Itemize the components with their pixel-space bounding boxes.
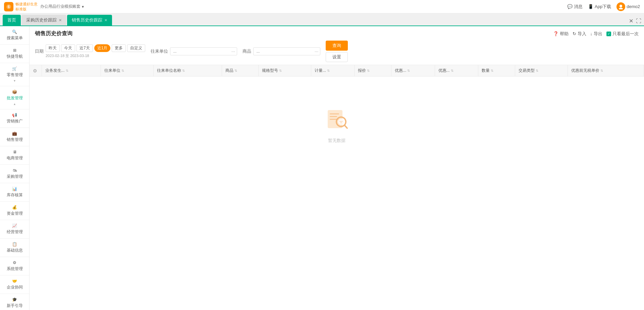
top-bar-left: 6 畅捷通好生意 标准版 办公用品行业模拟账套 ▾ [4,2,84,11]
date-btn-custom[interactable]: 自定义 [127,44,145,52]
page-title: 销售历史价查询 [35,30,72,37]
message-btn[interactable]: 💬 消息 [567,4,583,10]
breadcrumb: 办公用品行业模拟账套 ▾ [40,4,84,9]
sort-icon-trade-type[interactable]: ⇅ [536,69,538,72]
sidebar-item-finance-mgmt[interactable]: 💰 资金管理 [0,202,29,220]
empty-state: 暂无数据 [30,76,644,170]
th-pre-tax-price: 优惠前无税单价 ⇅ [568,65,644,76]
sidebar-item-ecommerce-label: 电商管理 [7,155,23,161]
user-avatar-area[interactable]: demo2 [616,2,640,11]
message-icon: 💬 [567,4,573,9]
top-bar: 6 畅捷通好生意 标准版 办公用品行业模拟账套 ▾ 💬 消息 📱 App下载 d… [0,0,644,13]
sidebar-item-wholesale-mgmt[interactable]: 📦 批发管理 ▴ [0,86,29,109]
tab-sales-history-label: 销售历史价跟踪 [72,17,102,23]
date-btn-1month[interactable]: 近1月 [94,44,111,52]
tab-sales-history[interactable]: 销售历史价跟踪 ✕ [67,15,112,25]
sort-icon-biz-date[interactable]: ⇅ [66,69,68,72]
sidebar-item-system-mgmt[interactable]: ⚙ 系统管理 [0,257,29,275]
settings-button[interactable]: 设置 [326,52,348,62]
partner-input-wrapper: ··· [170,47,237,55]
product-filter-group: 商品 ··· [243,47,320,55]
sidebar-item-inventory[interactable]: 📊 库存核算 [0,183,29,202]
export-btn[interactable]: ↓ 导出 [590,31,603,37]
date-filter-label: 日期 [35,48,44,54]
sidebar-item-purchase-label: 采购管理 [7,174,23,179]
svg-rect-6 [330,116,337,117]
empty-text: 暂无数据 [328,138,345,144]
only-latest-label: 只看最后一次 [612,31,639,37]
th-quote: 报价 ⇅ [355,65,391,76]
filter-btn-row: 查询 [326,41,348,51]
partner-filter-label: 往来单位 [151,48,168,54]
import-btn[interactable]: ↻ 导入 [573,31,586,37]
sidebar-item-quick-nav[interactable]: ⊞ 快捷导航 [0,45,29,63]
svg-point-2 [620,5,622,7]
sidebar-item-basic-info[interactable]: 📋 基础信息 [0,239,29,257]
sidebar-item-system-label: 系统管理 [7,266,23,272]
sort-icon-qty[interactable]: ⇅ [491,69,493,72]
column-settings-btn[interactable]: ⚙ [33,68,37,73]
export-label: 导出 [594,31,602,37]
sidebar-item-marketing-label: 营销推广 [7,118,23,124]
sidebar-item-purchase-mgmt[interactable]: 🛍 采购管理 [0,165,29,183]
date-btn-yesterday[interactable]: 昨天 [46,44,60,52]
help-icon: ❓ [553,31,558,36]
sidebar-item-retail-mgmt[interactable]: 🛒 零售管理 ▾ [0,63,29,86]
sort-icon-discount1[interactable]: ⇅ [407,69,410,72]
search-icon: 🔍 [12,30,17,34]
marketing-icon: 📢 [12,113,17,117]
product-picker-icon[interactable]: ··· [315,49,319,54]
sidebar: 🔍 搜索菜单 ⊞ 快捷导航 🛒 零售管理 ▾ 📦 批发管理 ▴ 📢 营销推广 💼… [0,26,30,310]
sidebar-item-search-menu[interactable]: 🔍 搜索菜单 [0,26,29,45]
sidebar-item-retail-label: 零售管理 [7,72,23,78]
logo-text: 畅捷通好生意 标准版 [15,2,38,11]
sort-icon-pre-tax-price[interactable]: ⇅ [600,69,603,72]
date-range-display: 2023-02-18 至 2023-03-18 [46,53,145,58]
sort-icon-partner-code[interactable]: ⇅ [121,69,124,72]
tab-home[interactable]: 首页 [3,15,21,25]
sort-icon-product[interactable]: ⇅ [234,69,237,72]
tab-purchase-history[interactable]: 采购历史价跟踪 ✕ [21,15,66,25]
help-btn[interactable]: ❓ 帮助 [553,31,569,37]
date-btn-today[interactable]: 今天 [61,44,75,52]
tab-home-label: 首页 [7,17,16,23]
maximize-tab-action[interactable]: ⛶ [636,18,641,24]
sort-icon-quote[interactable]: ⇅ [367,69,370,72]
close-tab-action[interactable]: ✕ [629,18,633,24]
th-discount2: 优惠... ⇅ [435,65,478,76]
partner-input[interactable] [170,47,237,55]
table-header-row: ⚙ 业务发生... ⇅ 往来单位 ⇅ [30,65,644,76]
only-latest-toggle[interactable]: ✓ 只看最后一次 [606,31,639,37]
page-header: 销售历史价查询 ❓ 帮助 ↻ 导入 ↓ 导出 ✓ [30,26,644,65]
chevron-down-icon[interactable]: ▾ [82,4,84,9]
ecommerce-icon: 🖥 [13,150,17,154]
date-btn-more[interactable]: 更多 [112,44,126,52]
sort-icon-unit[interactable]: ⇅ [327,69,330,72]
collab-icon: 🤝 [12,279,17,283]
message-label: 消息 [574,4,583,10]
app-download-btn[interactable]: 📱 App下载 [588,4,611,10]
sort-icon-discount2[interactable]: ⇅ [451,69,453,72]
sort-icon-spec[interactable]: ⇅ [279,69,282,72]
tab-purchase-history-label: 采购历史价跟踪 [26,17,57,23]
partner-picker-icon[interactable]: ··· [231,49,235,54]
tab-purchase-history-close[interactable]: ✕ [59,18,62,22]
sidebar-item-wholesale-label: 批发管理 [7,95,23,101]
sidebar-item-operations-mgmt[interactable]: 📈 经营管理 [0,220,29,239]
table-header: ⚙ 业务发生... ⇅ 往来单位 ⇅ [30,65,644,76]
logo-area: 6 畅捷通好生意 标准版 [4,2,38,11]
sidebar-item-marketing[interactable]: 📢 营销推广 [0,109,29,128]
sidebar-item-ecommerce-mgmt[interactable]: 🖥 电商管理 [0,146,29,165]
sort-icon-partner-name[interactable]: ⇅ [182,69,185,72]
sidebar-item-new-guide[interactable]: 🎓 新手引导 [0,294,29,310]
sidebar-item-enterprise-collab[interactable]: 🤝 企业协同 [0,275,29,294]
date-btn-7days[interactable]: 近7天 [76,44,93,52]
query-button[interactable]: 查询 [326,41,348,51]
top-bar-right: 💬 消息 📱 App下载 demo2 [567,2,640,11]
chevron-down-icon: ▾ [14,79,15,83]
product-input[interactable] [253,47,320,55]
sidebar-item-search-menu-label: 搜索菜单 [7,35,23,41]
empty-illustration [322,103,352,134]
tab-sales-history-close[interactable]: ✕ [104,18,107,22]
sidebar-item-sales-mgmt[interactable]: 💼 销售管理 [0,128,29,146]
